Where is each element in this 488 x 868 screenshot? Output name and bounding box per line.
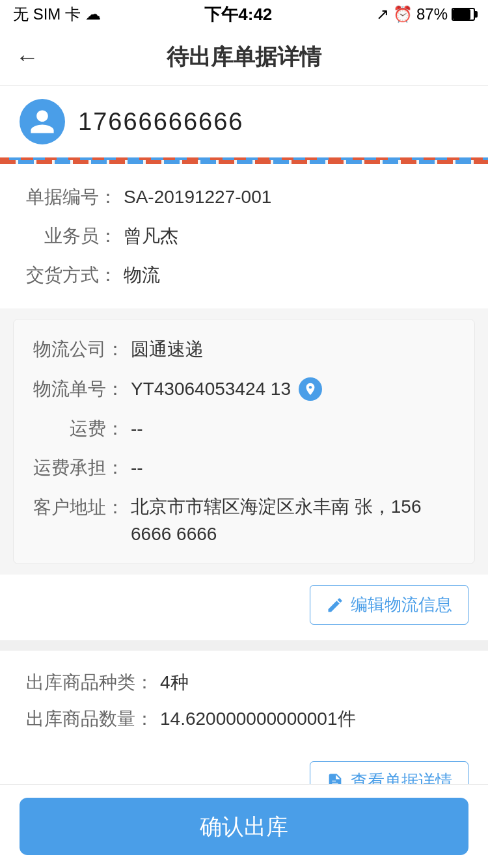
location-icon-status: ↗ [376,5,389,23]
order-info-section: 单据编号： SA-20191227-001 业务员： 曾凡杰 交货方式： 物流 [0,164,488,308]
stock-quantity-label: 出库商品数量： [26,707,154,731]
sim-signal: 无 SIM 卡 ☁ [13,4,101,25]
customer-header: 17666666666 [0,86,488,160]
customer-phone: 17666666666 [78,108,243,136]
freight-row: 运费： -- [33,414,455,444]
stock-quantity-value: 14.620000000000001件 [160,707,356,731]
delivery-value: 物流 [124,262,462,289]
tracking-location-button[interactable] [299,377,322,401]
user-icon [28,107,57,136]
battery-icon [452,8,475,21]
logistics-card: 物流公司： 圆通速递 物流单号： YT43064053424 13 运费： --… [13,319,475,564]
stock-type-label: 出库商品种类： [26,670,154,695]
bottom-btn-area: 确认出库 [0,784,488,868]
logistics-company-label: 物流公司： [33,335,124,364]
stock-section: 出库商品种类： 4种 出库商品数量： 14.620000000000001件 [0,651,488,751]
freight-bearer-row: 运费承担： -- [33,454,455,483]
page-title: 待出库单据详情 [167,42,321,72]
edit-btn-row: 编辑物流信息 [0,575,488,640]
status-right: ↗ ⏰ 87% [376,5,475,23]
tracking-label: 物流单号： [33,375,124,404]
logistics-company-value: 圆通速递 [131,335,455,364]
salesman-label: 业务员： [26,223,117,250]
address-label: 客户地址： [33,493,124,522]
freight-label: 运费： [33,414,124,444]
alarm-icon: ⏰ [393,5,413,23]
status-time: 下午4:42 [204,3,272,26]
edit-logistics-button[interactable]: 编辑物流信息 [310,585,468,625]
address-row: 客户地址： 北京市市辖区海淀区永丰南 张，156 6666 6666 [33,493,455,548]
delivery-row: 交货方式： 物流 [26,262,462,289]
tracking-value: YT43064053424 13 [131,375,455,404]
gray-separator [0,640,488,651]
map-pin-icon [303,382,318,396]
confirm-outbound-button[interactable]: 确认出库 [20,798,468,855]
address-value: 北京市市辖区海淀区永丰南 张，156 6666 6666 [131,493,455,548]
nav-bar: ← 待出库单据详情 [0,29,488,86]
freight-bearer-value: -- [131,454,455,483]
salesman-value: 曾凡杰 [124,223,462,250]
avatar [20,99,65,144]
stock-type-row: 出库商品种类： 4种 [26,670,462,695]
stock-type-value: 4种 [160,670,189,695]
order-number-label: 单据编号： [26,183,117,211]
order-number-row: 单据编号： SA-20191227-001 [26,183,462,211]
freight-bearer-label: 运费承担： [33,454,124,483]
battery-text: 87% [416,5,448,23]
tracking-row: 物流单号： YT43064053424 13 [33,375,455,404]
status-left: 无 SIM 卡 ☁ [13,4,101,25]
salesman-row: 业务员： 曾凡杰 [26,223,462,250]
edit-icon [326,596,344,614]
status-bar: 无 SIM 卡 ☁ 下午4:42 ↗ ⏰ 87% [0,0,488,29]
delivery-label: 交货方式： [26,262,117,289]
freight-value: -- [131,414,455,444]
back-button[interactable]: ← [16,44,39,71]
stock-quantity-row: 出库商品数量： 14.620000000000001件 [26,707,462,731]
order-number-value: SA-20191227-001 [124,183,462,211]
logistics-company-row: 物流公司： 圆通速递 [33,335,455,364]
